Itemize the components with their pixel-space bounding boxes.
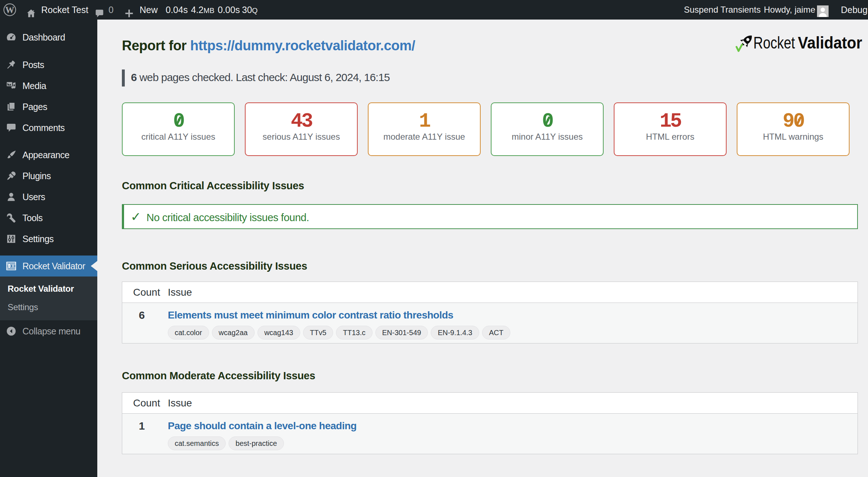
svg-text:W: W [5, 5, 14, 15]
svg-text:Validator: Validator [798, 33, 862, 52]
svg-text:Rocket: Rocket [753, 33, 795, 52]
